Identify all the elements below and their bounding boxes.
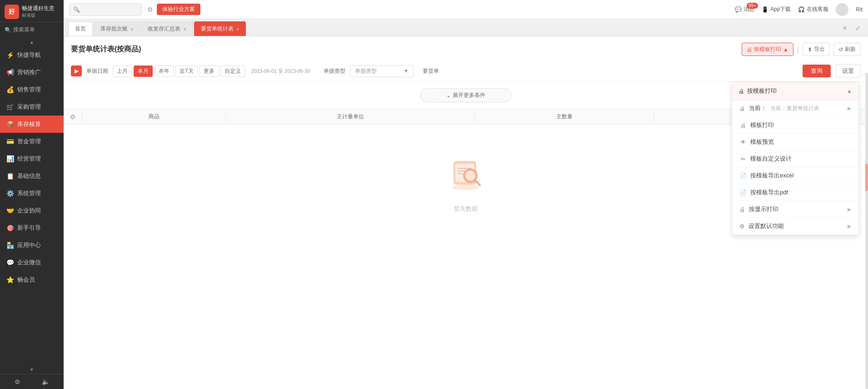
topbar-gear-icon[interactable]: ⚙ bbox=[147, 6, 153, 13]
expand-more-btn[interactable]: ⌄ 展开更多条件 bbox=[420, 88, 511, 102]
print-dropdown: 🖨 按模板打印 ▲ 🖨 当前： 当前：要货单统计表 ▶ 🖨 模板打印 👁 bbox=[732, 82, 859, 235]
page-content: 要货单统计表(按商品) 🖨 按模板打印 ▲ | ⬆ 导出 ↺ 刷新 bbox=[64, 36, 868, 389]
template-print-label: 模板打印 bbox=[750, 121, 774, 129]
table-col-settings[interactable]: ⚙ bbox=[64, 109, 82, 125]
export-excel-icon: 📄 bbox=[739, 172, 747, 179]
table-settings-icon[interactable]: ⚙ bbox=[70, 113, 76, 121]
sidebar-item-basic[interactable]: 📋 基础信息 bbox=[0, 167, 64, 185]
tab-receipt-summary-close[interactable]: × bbox=[183, 26, 186, 32]
purchase-icon: 🛒 bbox=[6, 103, 14, 111]
sidebar-search[interactable]: 🔍 搜索菜单 bbox=[0, 22, 64, 37]
app-download-btn[interactable]: 📱 App下载 bbox=[762, 5, 791, 13]
dropdown-header: 🖨 按模板打印 ▲ bbox=[732, 82, 858, 100]
dropdown-item-export-pdf[interactable]: 📄 按模板导出pdf bbox=[732, 184, 858, 201]
current-template-name: 当前：要货单统计表 bbox=[770, 105, 819, 112]
sidebar-item-label: 应用中心 bbox=[17, 241, 41, 249]
sidebar-item-label: 资金管理 bbox=[17, 137, 41, 146]
app-name: 畅捷通好生意 bbox=[22, 5, 55, 12]
bill-type-placeholder: 单据类型 bbox=[355, 67, 401, 75]
home-tab-label: 首页 bbox=[75, 25, 86, 33]
inventory-icon: 📦 bbox=[6, 121, 14, 128]
sidebar-item-appstore[interactable]: 🏪 应用中心 bbox=[0, 237, 64, 254]
empty-label: 暂无数据 bbox=[454, 205, 478, 213]
sidebar-item-wxwork[interactable]: 💬 企业微信 bbox=[0, 254, 64, 271]
sidebar-item-operations[interactable]: 📊 经营管理 bbox=[0, 150, 64, 167]
actions-separator: | bbox=[797, 45, 799, 54]
user-avatar[interactable] bbox=[836, 3, 848, 16]
messages-btn[interactable]: 💬 消息 99+ bbox=[735, 5, 754, 13]
tab-order-stats[interactable]: 要货单统计表 × bbox=[194, 21, 246, 36]
trial-btn[interactable]: 体验行业方案 bbox=[157, 4, 200, 15]
bill-type-select[interactable]: 单据类型 ▼ bbox=[350, 65, 414, 77]
sidebar-item-purchase[interactable]: 🛒 采购管理 bbox=[0, 98, 64, 116]
phone-icon: 📱 bbox=[762, 6, 768, 13]
filter-row: ▶ 单据日期 上月 本月 本年 近7天 更多 自定义 2023-06-01 至 … bbox=[71, 64, 861, 78]
more-btn[interactable]: 更多 bbox=[200, 66, 219, 77]
sidebar-nav: ⚡ 快捷导航 📢 营销推广 💰 销售管理 🛒 采购管理 📦 库存核算 💳 资金管… bbox=[0, 46, 64, 365]
sidebar-item-label: 快捷导航 bbox=[17, 51, 41, 59]
sidebar-item-label: 经营管理 bbox=[17, 155, 41, 163]
export-btn-label: 导出 bbox=[814, 45, 825, 53]
sidebar-item-quick-nav[interactable]: ⚡ 快捷导航 bbox=[0, 46, 64, 64]
custom-btn[interactable]: 自定义 bbox=[220, 66, 245, 77]
sidebar-item-finance[interactable]: 💳 资金管理 bbox=[0, 133, 64, 150]
sidebar-item-collab[interactable]: 🤝 企业协同 bbox=[0, 202, 64, 219]
set-default-label: 设置默认功能 bbox=[748, 222, 784, 230]
curr-year-btn[interactable]: 本年 bbox=[155, 66, 174, 77]
topbar: 🔍 ⚙ 体验行业方案 💬 消息 99+ 📱 App下载 🎧 在线客服 Rit bbox=[64, 0, 868, 19]
tab-inventory-batch[interactable]: 库存批次账 × bbox=[94, 21, 140, 36]
template-design-icon: ✏ bbox=[739, 156, 747, 162]
close-window-btn[interactable]: × bbox=[839, 22, 851, 34]
topbar-search-box[interactable]: 🔍 bbox=[69, 3, 142, 16]
sidebar-item-label: 库存核算 bbox=[17, 120, 41, 128]
last7days-btn[interactable]: 近7天 bbox=[175, 66, 198, 77]
guide-icon: 🎯 bbox=[6, 224, 14, 232]
dropdown-item-template-preview[interactable]: 👁 模板预览 bbox=[732, 134, 858, 151]
tab-inventory-batch-close[interactable]: × bbox=[130, 26, 133, 32]
sidebar-item-inventory[interactable]: 📦 库存核算 bbox=[0, 116, 64, 133]
tab-home[interactable]: 首页 bbox=[68, 21, 93, 36]
sidebar-item-system[interactable]: ⚙️ 系统管理 bbox=[0, 185, 64, 202]
sidebar-item-member[interactable]: ⭐ 畅会员 bbox=[0, 271, 64, 288]
online-service-label: 在线客服 bbox=[807, 5, 828, 13]
current-item-label: 当前： bbox=[749, 104, 767, 112]
yaohuo-type-label: 要货单 bbox=[423, 67, 439, 75]
tab-order-stats-close[interactable]: × bbox=[236, 26, 239, 32]
marketing-icon: 📢 bbox=[6, 69, 14, 76]
dropdown-item-export-excel[interactable]: 📄 按模板导出excel bbox=[732, 167, 858, 184]
scroll-thumb[interactable] bbox=[865, 164, 868, 191]
dropdown-display-print[interactable]: 🖨 按显示打印 ▶ bbox=[732, 201, 858, 218]
print-btn[interactable]: 🖨 按模板打印 ▲ bbox=[742, 43, 793, 56]
headset-icon: 🎧 bbox=[798, 6, 805, 13]
sidebar-scroll-up[interactable]: ▲ bbox=[0, 37, 64, 46]
maximize-window-btn[interactable]: ⤢ bbox=[852, 22, 863, 34]
sidebar-item-sales[interactable]: 💰 销售管理 bbox=[0, 81, 64, 98]
dropdown-header-left: 🖨 按模板打印 bbox=[738, 87, 777, 95]
app-download-label: App下载 bbox=[770, 5, 791, 13]
sidebar-item-marketing[interactable]: 📢 营销推广 bbox=[0, 64, 64, 81]
settings-btn[interactable]: 设置 bbox=[835, 64, 861, 78]
dropdown-sub-left-default: ⚙ 设置默认功能 bbox=[739, 222, 784, 230]
curr-month-btn[interactable]: 本月 bbox=[134, 66, 153, 77]
online-service-btn[interactable]: 🎧 在线客服 bbox=[798, 5, 828, 13]
sidebar: 好 畅捷通好生意 标准版 🔍 搜索菜单 ▲ ⚡ 快捷导航 📢 营销推广 💰 销售… bbox=[0, 0, 64, 389]
dropdown-collapse-icon[interactable]: ▲ bbox=[847, 88, 852, 94]
dropdown-set-default[interactable]: ⚙ 设置默认功能 ▶ bbox=[732, 218, 858, 235]
prev-month-btn[interactable]: 上月 bbox=[113, 66, 132, 77]
export-excel-label: 按模板导出excel bbox=[750, 172, 793, 180]
tab-receipt-summary[interactable]: 收发存汇总表 × bbox=[141, 21, 193, 36]
wxwork-icon: 💬 bbox=[6, 259, 14, 266]
sidebar-scroll-down[interactable]: ▼ bbox=[0, 365, 64, 374]
export-pdf-icon: 📄 bbox=[739, 189, 747, 196]
query-btn[interactable]: 查询 bbox=[803, 65, 831, 77]
filter-expand-btn[interactable]: ▶ bbox=[71, 66, 82, 76]
date-buttons: 上月 本月 本年 近7天 更多 自定义 bbox=[113, 66, 245, 77]
speaker-footer-icon[interactable]: 🔈 bbox=[42, 378, 50, 385]
dropdown-item-template-print[interactable]: 🖨 模板打印 bbox=[732, 117, 858, 134]
dropdown-current-item[interactable]: 🖨 当前： 当前：要货单统计表 ▶ bbox=[732, 100, 858, 117]
settings-footer-icon[interactable]: ⚙ bbox=[15, 378, 20, 385]
export-btn[interactable]: ⬆ 导出 bbox=[803, 43, 830, 56]
refresh-btn[interactable]: ↺ 刷新 bbox=[833, 43, 861, 56]
sidebar-item-guide[interactable]: 🎯 新手引导 bbox=[0, 219, 64, 237]
dropdown-item-template-design[interactable]: ✏ 模板自定义设计 bbox=[732, 151, 858, 167]
